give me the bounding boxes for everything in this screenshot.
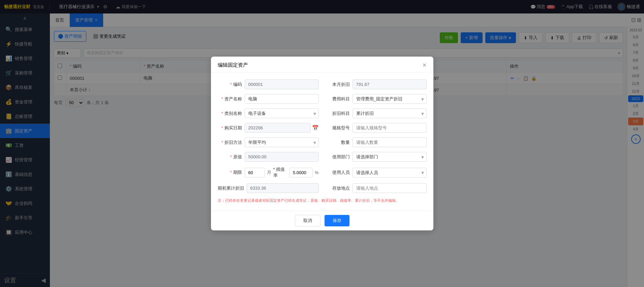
initial-dep-label: 期初累计折旧 bbox=[218, 185, 244, 191]
form-grid: 编码 本月折旧 资产名称 费用科目 bbox=[218, 79, 427, 204]
form-item-use-personnel: 使用人员 请选择人员 ▾ bbox=[326, 166, 427, 179]
code-label: 编码 bbox=[218, 82, 242, 88]
asset-name-label: 资产名称 bbox=[218, 96, 242, 102]
form-item-spec-model: 规格型号 bbox=[326, 123, 427, 133]
residual-rate-label: * 残值率 bbox=[273, 166, 287, 179]
period-wrap: 月 * 残值率 % bbox=[245, 166, 319, 179]
use-department-select[interactable]: 请选择部门 bbox=[352, 152, 427, 162]
form-item-original-value: 原值 bbox=[218, 152, 319, 162]
use-department-select-wrap: 请选择部门 ▾ bbox=[352, 152, 427, 162]
quantity-label: 数量 bbox=[326, 139, 350, 146]
user-select-wrap: 请选择人员 ▾ bbox=[352, 168, 427, 178]
dep-method-label: 折旧方法 bbox=[218, 139, 242, 146]
form-note: 注：已经存在变更记录或者对应固定资产已经生成凭证，原值、购买日期、残值率、累计折… bbox=[218, 198, 427, 204]
form-item-quantity: 数量 bbox=[326, 137, 427, 147]
residual-rate-input[interactable] bbox=[289, 168, 313, 178]
dep-subject-select[interactable]: 累计折旧 bbox=[352, 108, 427, 118]
form-item-dep-method: 折旧方法 年限平均 ▾ bbox=[218, 137, 319, 147]
form-item-use-department: 使用部门 请选择部门 ▾ bbox=[326, 152, 427, 162]
dep-method-select-wrap: 年限平均 ▾ bbox=[245, 137, 319, 147]
spec-model-input[interactable] bbox=[352, 123, 427, 133]
form-item-storage: 存放地点 bbox=[326, 183, 427, 193]
user-label: 使用人员 bbox=[326, 169, 350, 176]
period-unit: 月 bbox=[267, 169, 271, 176]
modal-close-btn[interactable]: ✕ bbox=[422, 62, 427, 68]
purchase-date-input[interactable] bbox=[245, 123, 311, 133]
quantity-input[interactable] bbox=[352, 137, 427, 147]
edit-asset-modal: 编辑固定资产 ✕ 编码 本月折旧 资产名称 bbox=[211, 57, 433, 230]
monthly-dep-label: 本月折旧 bbox=[326, 82, 350, 88]
asset-name-input[interactable] bbox=[245, 94, 319, 104]
original-value-input[interactable] bbox=[245, 152, 319, 162]
modal-header: 编辑固定资产 ✕ bbox=[211, 57, 433, 73]
dep-subject-select-wrap: 累计折旧 ▾ bbox=[352, 108, 427, 118]
form-item-expense-subject: 费用科目 管理费用_固定资产折旧 ▾ bbox=[326, 94, 427, 104]
category-select[interactable]: 电子设备 bbox=[245, 108, 319, 118]
code-input[interactable] bbox=[245, 79, 319, 89]
residual-rate-unit: % bbox=[315, 170, 319, 175]
cancel-button[interactable]: 取消 bbox=[295, 215, 320, 226]
modal-overlay: 编辑固定资产 ✕ 编码 本月折旧 资产名称 bbox=[0, 0, 644, 287]
storage-label: 存放地点 bbox=[326, 185, 350, 191]
expense-subject-select[interactable]: 管理费用_固定资产折旧 bbox=[352, 94, 427, 104]
form-item-code: 编码 bbox=[218, 79, 319, 89]
expense-subject-label: 费用科目 bbox=[326, 96, 350, 102]
form-item-monthly-dep: 本月折旧 bbox=[326, 79, 427, 89]
modal-body: 编码 本月折旧 资产名称 费用科目 bbox=[211, 73, 433, 211]
category-select-wrap: 电子设备 ▾ bbox=[245, 108, 319, 118]
spec-model-label: 规格型号 bbox=[326, 125, 350, 131]
original-value-label: 原值 bbox=[218, 154, 242, 160]
monthly-dep-input[interactable] bbox=[352, 79, 427, 89]
save-button[interactable]: 保存 bbox=[325, 215, 349, 226]
form-item-initial-dep: 期初累计折旧 bbox=[218, 183, 319, 193]
category-label: 类别名称 bbox=[218, 110, 242, 117]
expense-subject-select-wrap: 管理费用_固定资产折旧 ▾ bbox=[352, 94, 427, 104]
form-item-period: 期限 月 * 残值率 % bbox=[218, 166, 319, 179]
form-item-dep-subject: 折旧科目 累计折旧 ▾ bbox=[326, 108, 427, 118]
storage-input[interactable] bbox=[352, 183, 427, 193]
use-department-label: 使用部门 bbox=[326, 154, 350, 160]
period-label: 期限 bbox=[218, 169, 242, 176]
purchase-date-label: 购买日期 bbox=[218, 125, 242, 131]
period-input[interactable] bbox=[245, 168, 265, 178]
initial-dep-input[interactable] bbox=[247, 183, 319, 193]
dep-subject-label: 折旧科目 bbox=[326, 110, 350, 117]
form-item-asset-name: 资产名称 bbox=[218, 94, 319, 104]
dep-method-select[interactable]: 年限平均 bbox=[245, 137, 319, 147]
form-item-category: 类别名称 电子设备 ▾ bbox=[218, 108, 319, 118]
modal-title: 编辑固定资产 bbox=[218, 62, 248, 68]
calendar-icon[interactable]: 📅 bbox=[312, 125, 319, 131]
modal-footer: 取消 保存 bbox=[211, 211, 433, 230]
user-select[interactable]: 请选择人员 bbox=[352, 168, 427, 178]
form-item-purchase-date: 购买日期 📅 bbox=[218, 123, 319, 133]
